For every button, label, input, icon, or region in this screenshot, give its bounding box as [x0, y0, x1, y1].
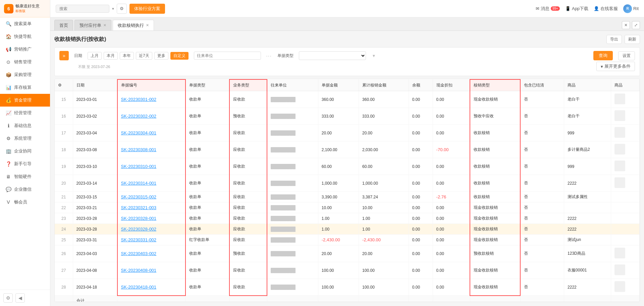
cell-cumulative: 100.00: [359, 279, 409, 296]
sidebar-item-member[interactable]: V畅会员: [0, 196, 50, 208]
cell-doc_no[interactable]: SK-20230408-001: [117, 262, 186, 279]
cell-include_settled: 否: [520, 213, 564, 224]
tab-close-receipt-verify[interactable]: ✕: [146, 23, 149, 27]
doc-link[interactable]: SK-20230328-002: [121, 227, 157, 232]
col-header-product: 商品: [564, 79, 611, 91]
cell-cash_discount: 0.00: [433, 213, 470, 224]
cell-doc_no[interactable]: SK-20230403-002: [117, 245, 186, 262]
cell-doc_no[interactable]: SK-20230328-002: [117, 224, 186, 235]
cell-doc_no[interactable]: SK-20230418-001: [117, 279, 186, 296]
sidebar-item-inventory[interactable]: 📊库存核算: [0, 81, 50, 94]
filter-collapse-button[interactable]: »: [59, 51, 69, 60]
online-service-button[interactable]: 👤 在线客服: [594, 6, 618, 12]
message-area[interactable]: ✉ 消息 99+: [536, 6, 560, 12]
sidebar-item-search[interactable]: 🔍搜索菜单: [0, 17, 50, 30]
sidebar-item-finance[interactable]: 💰资金管理: [0, 94, 50, 107]
product-thumbnail: [614, 281, 625, 292]
sidebar-gear-button[interactable]: ⚙: [3, 293, 13, 303]
cell-doc_no[interactable]: SK-20230301-002: [117, 91, 186, 108]
cell-doc_no[interactable]: SK-20230302-002: [117, 108, 186, 125]
cell-doc_no[interactable]: SK-20230314-001: [117, 175, 186, 192]
cell-doc_no[interactable]: SK-20230331-002: [117, 235, 186, 245]
close-tab-button[interactable]: ✕: [622, 21, 630, 29]
doc-link[interactable]: SK-20230321-003: [121, 205, 157, 210]
doc-link[interactable]: SK-20230315-002: [121, 194, 157, 199]
date-btn-更多[interactable]: 更多: [154, 52, 168, 60]
cell-doc_no[interactable]: SK-20230304-001: [117, 125, 186, 141]
sidebar-item-operation[interactable]: 📈经营管理: [0, 107, 50, 119]
refresh-button[interactable]: 刷新: [625, 35, 640, 44]
footer-cell-settings: [55, 296, 73, 302]
cell-doc_amount: 60.00: [318, 158, 359, 175]
filter-row-main: » 日期 上月本月本年近7天更多自定义 ··· 单据类型 ▾ 查询 设置: [59, 51, 635, 60]
sidebar-item-hardware[interactable]: 🖥智能硬件: [0, 170, 50, 183]
user-area[interactable]: R Rit: [623, 4, 639, 13]
doc-link[interactable]: SK-20230314-001: [121, 181, 157, 186]
chevron-down-icon: ▾: [112, 6, 114, 11]
doc-link[interactable]: SK-20230304-001: [121, 130, 157, 135]
export-button[interactable]: 导出: [606, 35, 622, 44]
topbar: ▾ ⚙ 体验行业方案 ✉ 消息 99+ 📱 App下载 👤 在线客服 R Rit: [50, 0, 644, 17]
cell-cash_discount: 0.00: [433, 125, 470, 141]
sidebar-bottom: ⚙ ◀: [0, 290, 50, 306]
sidebar-item-basic[interactable]: ℹ基础信息: [0, 119, 50, 132]
date-btn-本年[interactable]: 本年: [120, 52, 134, 60]
cell-cumulative: -2,430.00: [359, 235, 409, 245]
message-label: 消息: [541, 6, 549, 12]
tab-home[interactable]: 首页: [54, 20, 73, 30]
doc-type-select[interactable]: [299, 51, 366, 60]
sidebar-item-enterprise[interactable]: 🏢企业协同: [0, 145, 50, 158]
doc-link[interactable]: SK-20230308-001: [121, 147, 157, 152]
sidebar-item-marketing[interactable]: 📢营销推广: [0, 43, 50, 56]
cell-partner: ████████: [267, 141, 318, 158]
cell-settings: 16: [55, 108, 73, 125]
date-btn-本月[interactable]: 本月: [104, 52, 118, 60]
cell-doc_no[interactable]: SK-20230310-001: [117, 158, 186, 175]
cell-cumulative: 333.00: [359, 108, 409, 125]
cell-doc_no[interactable]: SK-20230315-002: [117, 192, 186, 202]
date-btn-上月[interactable]: 上月: [88, 52, 102, 60]
sidebar-item-sales[interactable]: ⊙销售管理: [0, 56, 50, 68]
cell-settings: 18: [55, 141, 73, 158]
sidebar-item-purchase[interactable]: 📦采购管理: [0, 68, 50, 81]
cell-verify_type: 现金收款核销: [470, 279, 520, 296]
cell-balance: 0.00: [409, 141, 433, 158]
col-header-doc_no: 单据编号: [117, 79, 186, 91]
tab-close-prepay[interactable]: ✕: [103, 23, 106, 27]
doc-link[interactable]: SK-20230310-001: [121, 164, 157, 169]
doc-link[interactable]: SK-20230301-002: [121, 97, 157, 102]
cell-doc_no[interactable]: SK-20230321-003: [117, 202, 186, 213]
doc-link[interactable]: SK-20230328-001: [121, 216, 157, 221]
expand-conditions-button[interactable]: ▾ 展开更多条件: [596, 62, 635, 71]
experience-button[interactable]: 体验行业方案: [129, 4, 165, 14]
doc-link[interactable]: SK-20230331-002: [121, 237, 157, 242]
cell-doc_no[interactable]: SK-20230308-001: [117, 141, 186, 158]
app-download-button[interactable]: 📱 App下载: [565, 6, 588, 12]
tab-receipt-verify[interactable]: 收款核销执行✕: [113, 20, 154, 30]
topbar-right: ✉ 消息 99+ 📱 App下载 👤 在线客服 R Rit: [536, 4, 639, 13]
partner-filter-input[interactable]: [194, 52, 261, 60]
cell-product_thumb: [611, 192, 640, 202]
sidebar-item-system[interactable]: ⚙系统管理: [0, 132, 50, 145]
sidebar-item-quick-nav[interactable]: 🏠快捷导航: [0, 30, 50, 43]
date-btn-近7天[interactable]: 近7天: [136, 52, 152, 60]
doc-link[interactable]: SK-20230408-001: [121, 268, 157, 273]
query-button[interactable]: 查询: [593, 51, 613, 60]
cell-doc_no[interactable]: SK-20230328-001: [117, 213, 186, 224]
tab-prepay[interactable]: 预付应付单✕: [74, 20, 111, 30]
doc-link[interactable]: SK-20230302-002: [121, 114, 157, 119]
sidebar-item-guide[interactable]: ❓新手引导: [0, 158, 50, 170]
sidebar-collapse-button[interactable]: ◀: [15, 293, 25, 303]
nav-label-finance: 资金管理: [14, 97, 32, 103]
sidebar-item-wechat[interactable]: 💬企业微信: [0, 183, 50, 196]
expand-tab-button[interactable]: ⤢: [632, 21, 640, 29]
search-input[interactable]: [56, 5, 109, 13]
date-btn-custom[interactable]: 自定义: [170, 52, 189, 60]
col-header-balance: 余额: [409, 79, 433, 91]
cell-doc_type: 收款单: [185, 141, 229, 158]
cell-verify_type: 预收款核销: [470, 245, 520, 262]
doc-link[interactable]: SK-20230418-001: [121, 285, 157, 290]
doc-link[interactable]: SK-20230403-002: [121, 251, 157, 256]
settings-icon-button[interactable]: ⚙: [117, 4, 127, 14]
filter-settings-button[interactable]: 设置: [618, 51, 635, 60]
